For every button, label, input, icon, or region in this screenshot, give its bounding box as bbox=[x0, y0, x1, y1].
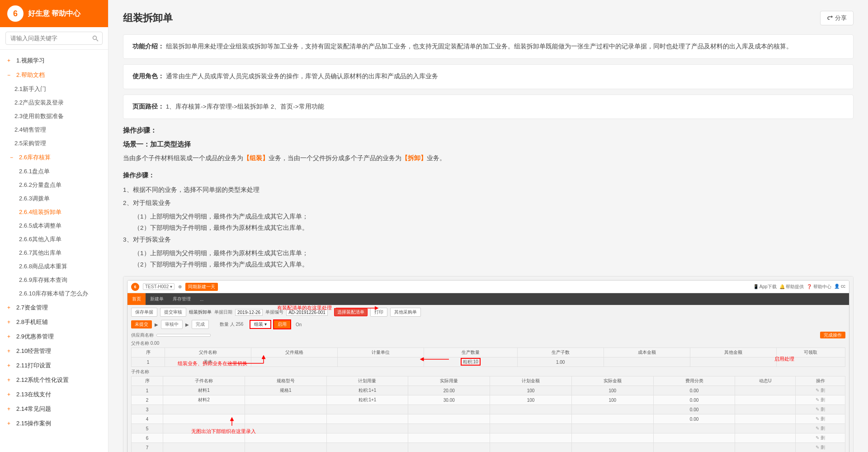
mock-bth-actual-qty: 实际用量 bbox=[408, 376, 490, 386]
role-text: 通常由生产人员或库管人员完成拆装业务的操作，库管人员确认原材料的出库和产成品的入… bbox=[166, 73, 438, 80]
mock-btn-save[interactable]: 保存单据 bbox=[131, 308, 157, 317]
step3-1: （1）上部明细为父件明细，最终作为原材料生成其它出库单； bbox=[123, 247, 854, 259]
path-card: 页面路径： 1、库存核算->库存管理->组装拆卸单 2、首页->常用功能 bbox=[123, 95, 854, 119]
sidebar-header: 6 好生意 帮助中心 bbox=[0, 0, 108, 27]
step1: 1、根据不同的业务，选择不同单据的类型来处理 bbox=[123, 184, 854, 196]
sidebar-item-batch-stocktake[interactable]: 2.6.2分量盘点单 bbox=[0, 178, 108, 192]
sidebar-item-transfer[interactable]: 2.6.3调拨单 bbox=[0, 192, 108, 205]
mock-create-btn[interactable]: 同期新建一天 bbox=[185, 283, 218, 291]
sidebar-item-assembly[interactable]: 2.6.4组装拆卸单 bbox=[0, 205, 108, 219]
sidebar-item-faq[interactable]: + 2.14常见问题 bbox=[0, 402, 108, 416]
mock-btn-more[interactable]: 其他采购单 bbox=[390, 308, 421, 317]
arrow-icon: + bbox=[7, 377, 14, 383]
mock-supplier-input[interactable] bbox=[156, 334, 211, 337]
scene1-title: 场景一：加工类型选择 bbox=[123, 140, 854, 149]
sidebar-item-docs-label: 2.帮助文档 bbox=[16, 71, 45, 79]
mock-td-prod-qty-val: 粒积:10 bbox=[461, 358, 481, 366]
search-icon[interactable] bbox=[92, 35, 99, 42]
sidebar-item-ops[interactable]: + 2.10经营管理 bbox=[0, 344, 108, 358]
sidebar-item-print-label: 2.11打印设置 bbox=[16, 362, 51, 370]
sidebar-item-inventory[interactable]: − 2.6库存核算 bbox=[0, 150, 108, 165]
mock-bth-plan-qty: 计划用量 bbox=[326, 376, 408, 386]
sidebar-item-other-in[interactable]: 2.6.6其他入库单 bbox=[0, 233, 108, 246]
search-input[interactable] bbox=[5, 32, 103, 45]
mock-on-label: On bbox=[296, 322, 302, 327]
sidebar-item-mobile[interactable]: + 2.8手机旺辅 bbox=[0, 315, 108, 329]
mock-config-list-btn[interactable]: 选择装配清单 bbox=[334, 308, 368, 316]
mock-bth-child-name: 子件名称 bbox=[163, 376, 245, 386]
annotation-4: 无图出治下部组织在这里录入 bbox=[191, 428, 256, 435]
mock-bottom-table: 序 子件名称 规格型号 计划用量 实际用量 计划金额 实际金额 费用分类 动态U… bbox=[131, 376, 845, 452]
mock-confirm-btn[interactable]: 完成操作 bbox=[820, 332, 845, 338]
step3: 3、对于拆装业务 bbox=[123, 234, 854, 246]
sidebar-item-other-out[interactable]: 2.6.7其他出库单 bbox=[0, 246, 108, 260]
mock-help-icon[interactable]: 🔔 帮助提供 bbox=[779, 284, 804, 290]
sidebar-item-print[interactable]: + 2.11打印设置 bbox=[0, 358, 108, 373]
mock-nav-inventory[interactable]: 库存管理 bbox=[168, 293, 195, 305]
arrow-icon: + bbox=[7, 348, 14, 354]
arrow-icon: − bbox=[10, 154, 16, 161]
sidebar-item-newbie[interactable]: 2.1新手入门 bbox=[0, 82, 108, 96]
mock-td-sub-qty: 1.00 bbox=[517, 357, 604, 367]
sidebar-item-purchase[interactable]: 2.5采购管理 bbox=[0, 137, 108, 150]
mock-nav-more[interactable]: ... bbox=[195, 293, 208, 305]
mock-btn-submit[interactable]: 提交审核 bbox=[160, 308, 186, 317]
mock-user-icon[interactable]: 👤 cc bbox=[834, 284, 845, 290]
step2-2: （2）下部明细为子件明细，最终作为原材料生成其它出库单。 bbox=[123, 222, 854, 234]
sidebar-item-video[interactable]: + 1.视频学习 bbox=[0, 53, 108, 68]
mock-help-center-icon[interactable]: ❓ 帮助中心 bbox=[807, 284, 831, 290]
sidebar-item-sales[interactable]: 2.4销售管理 bbox=[0, 123, 108, 137]
sidebar-item-coupon[interactable]: + 2.9优惠券管理 bbox=[0, 329, 108, 344]
sidebar-item-online-pay[interactable]: + 2.13在线支付 bbox=[0, 387, 108, 402]
arrow-icon: + bbox=[7, 362, 14, 369]
sidebar-item-stock-book[interactable]: 2.6.9库存账本查询 bbox=[0, 273, 108, 287]
annotation-3: 启用处理 bbox=[774, 356, 794, 362]
sidebar-title: 好生意 帮助中心 bbox=[28, 9, 80, 19]
page-title: 组装拆卸单 bbox=[123, 11, 173, 25]
sidebar-item-finance[interactable]: + 2.7资金管理 bbox=[0, 300, 108, 315]
sidebar-nav: + 1.视频学习 − 2.帮助文档 2.1新手入门 2.2产品安装及登录 2.3… bbox=[0, 50, 108, 452]
sidebar-item-cost-recalc[interactable]: 2.6.8商品成本重算 bbox=[0, 260, 108, 273]
step3-2: （2）下部明细为子件明细，最终作为产成品生成其它入库单。 bbox=[123, 259, 854, 271]
main-content: 组装拆卸单 分享 功能介绍： 组装拆卸单用来处理企业组装或拆卸等加工业务，支持有… bbox=[108, 0, 868, 452]
main-header: 组装拆卸单 分享 bbox=[123, 11, 854, 25]
sidebar-item-install[interactable]: 2.2产品安装及登录 bbox=[0, 96, 108, 109]
sidebar-item-personalize[interactable]: + 2.12系统个性化设置 bbox=[0, 373, 108, 387]
mock-action-btn[interactable]: 完成操作 bbox=[820, 332, 845, 338]
mock-type-select[interactable]: 组装 ▾ bbox=[250, 320, 271, 329]
mock-enable-btn[interactable]: 启用 bbox=[273, 319, 291, 329]
sidebar-item-inventory-label: 2.6库存核算 bbox=[19, 153, 51, 162]
sidebar-item-docs[interactable]: − 2.帮助文档 bbox=[0, 68, 108, 82]
table-row: 3 0.00 ✎ 删 bbox=[132, 405, 845, 414]
sidebar-item-stock-fix[interactable]: 2.6.10库存账本错了怎么办 bbox=[0, 287, 108, 300]
share-button[interactable]: 分享 bbox=[820, 11, 854, 25]
mock-btn-print[interactable]: 打印 bbox=[370, 308, 387, 317]
mock-td-seq: 1 bbox=[132, 357, 165, 367]
sidebar-item-personalize-label: 2.12系统个性化设置 bbox=[16, 376, 69, 384]
scene1-desc: 当由多个子件材料组装成一个成品的业务为【组装】业务，当由一个父件拆分成多个子产品… bbox=[123, 152, 854, 164]
annotation-1: 有装配清单的在这里处理 bbox=[277, 305, 332, 311]
sidebar-item-coupon-label: 2.9优惠券管理 bbox=[16, 333, 54, 341]
mock-nav-new[interactable]: 新建单 bbox=[146, 293, 168, 305]
table-row: 4 0.00 ✎ 删 bbox=[132, 414, 845, 424]
path-text: 1、库存核算->库存管理->组装拆卸单 2、首页->常用功能 bbox=[166, 103, 324, 110]
role-card: 使用角色： 通常由生产人员或库管人员完成拆装业务的操作，库管人员确认原材料的出库… bbox=[123, 64, 854, 89]
mock-nav-home[interactable]: 首页 bbox=[127, 293, 146, 305]
mock-th-parent-name: 父件名称 bbox=[165, 348, 251, 357]
intro-text: 组装拆卸单用来处理企业组装或拆卸等加工业务，支持有固定装配清单的产品加工业务，也… bbox=[166, 43, 793, 50]
sidebar-item-cost-adjust[interactable]: 2.6.5成本调整单 bbox=[0, 219, 108, 233]
sidebar-item-stocktake[interactable]: 2.6.1盘点单 bbox=[0, 165, 108, 178]
table-row: 2 材料2 粒积:1+1 30.00 100 100 0.00 ✎ 删 bbox=[132, 395, 845, 405]
sidebar-item-cases[interactable]: + 2.15操作案例 bbox=[0, 416, 108, 431]
path-label: 页面路径： bbox=[132, 103, 164, 110]
mock-bth-spec: 规格型号 bbox=[245, 376, 326, 386]
mock-app-icon[interactable]: 📱 App下载 bbox=[753, 284, 777, 290]
mock-top-table-label: 父件名称 0.00 bbox=[131, 340, 845, 347]
mock-company-select[interactable]: TEST-H002 ▾ bbox=[143, 283, 175, 290]
sidebar-item-data-prep[interactable]: 2.3使用前数据准备 bbox=[0, 109, 108, 123]
sidebar-item-finance-label: 2.7资金管理 bbox=[16, 304, 48, 312]
mock-th-other-amt: 其他金额 bbox=[690, 348, 776, 357]
arrow-icon: + bbox=[7, 305, 14, 311]
mock-branch: ⊕ bbox=[178, 284, 182, 289]
arrow-icon: + bbox=[7, 420, 14, 427]
